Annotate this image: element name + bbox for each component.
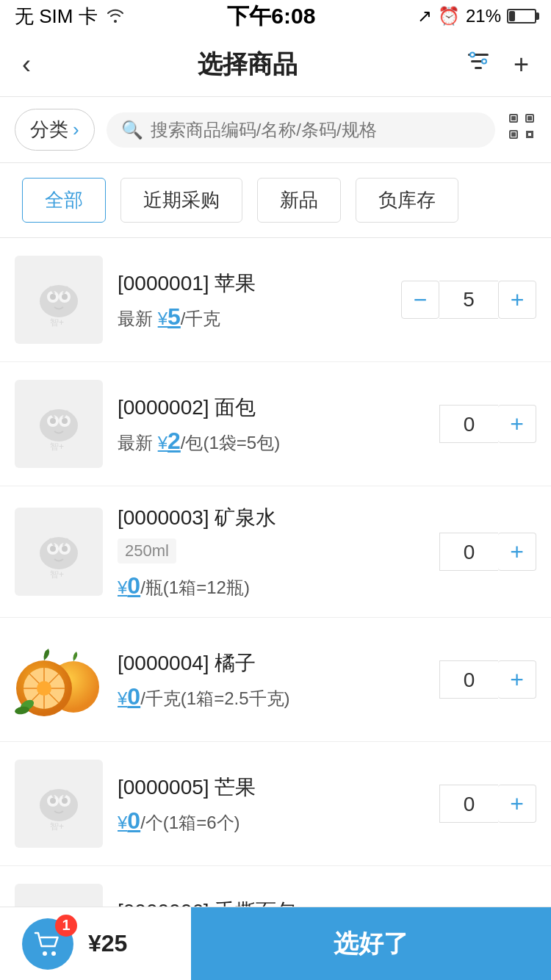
cart-badge: 1 (55, 915, 77, 937)
tabs-bar: 全部 近期采购 新品 负库存 (0, 163, 551, 238)
status-bar: 无 SIM 卡 下午6:08 ↗ ⏰ 21% (0, 0, 551, 32)
category-label: 分类 (30, 117, 68, 143)
confirm-button[interactable]: 选好了 (191, 907, 551, 980)
quantity-control-0000005: 0 + (439, 785, 536, 823)
price-prefix: 最新 (118, 433, 158, 453)
svg-rect-14 (531, 131, 533, 138)
price-unit: /瓶(1箱=12瓶) (140, 577, 250, 597)
svg-text:智+: 智+ (50, 569, 64, 580)
cart-total: ¥25 (88, 930, 127, 957)
product-name-0000004: [0000004] 橘子 (118, 649, 425, 677)
product-name-0000001: [0000001] 苹果 (118, 270, 386, 298)
quantity-input[interactable] (439, 281, 498, 319)
quantity-display: 0 (439, 660, 498, 699)
price-prefix: 最新 (118, 309, 158, 328)
price-value: 2 (168, 428, 181, 454)
svg-point-21 (40, 409, 78, 442)
svg-text:智+: 智+ (50, 821, 64, 832)
product-name-0000003: [0000003] 矿泉水 (118, 504, 425, 532)
tab-new[interactable]: 新品 (257, 178, 341, 223)
quantity-increase-button[interactable]: + (498, 785, 536, 823)
price-value: 5 (168, 303, 181, 330)
quantity-control-0000001: − + (401, 281, 536, 319)
search-input[interactable] (151, 120, 480, 140)
list-item: 智+ [0000003] 矿泉水 250ml ¥0/瓶(1箱=12瓶) 0 + (0, 486, 551, 618)
product-spec-0000003: 250ml (118, 538, 176, 563)
back-button[interactable]: ‹ (22, 49, 31, 80)
price-unit: /个(1箱=6个) (140, 813, 240, 832)
cart-section: 1 ¥25 (0, 918, 191, 970)
svg-point-27 (40, 537, 78, 569)
battery-percent: 21% (466, 6, 501, 26)
quantity-increase-button[interactable]: + (498, 281, 536, 319)
price-unit: /千克 (181, 309, 221, 328)
search-icon: 🔍 (121, 120, 143, 140)
add-button[interactable]: + (514, 49, 529, 80)
page-title: 选择商品 (198, 48, 298, 82)
price-value: 0 (127, 572, 140, 599)
product-info-0000002: [0000002] 面包 最新 ¥2/包(1袋=5包) (118, 394, 425, 455)
svg-point-25 (62, 418, 68, 424)
quantity-display: 0 (439, 405, 498, 443)
svg-point-3 (470, 53, 475, 57)
svg-rect-8 (527, 116, 532, 120)
scan-button[interactable] (507, 112, 536, 148)
location-icon: ↗ (417, 6, 432, 26)
svg-point-62 (51, 951, 56, 956)
alarm-icon: ⏰ (438, 6, 460, 26)
svg-point-43 (40, 789, 78, 821)
quantity-increase-button[interactable]: + (498, 405, 536, 443)
quantity-display: 0 (439, 785, 498, 823)
quantity-increase-button[interactable]: + (498, 660, 536, 699)
status-time: 下午6:08 (227, 1, 315, 32)
product-info-0000004: [0000004] 橘子 ¥0/千克(1箱=2.5千克) (118, 649, 425, 710)
carrier-label: 无 SIM 卡 (15, 4, 98, 29)
svg-point-40 (37, 681, 51, 696)
product-image-0000005: 智+ (15, 760, 103, 848)
svg-point-46 (50, 798, 56, 804)
svg-point-47 (62, 798, 68, 804)
cart-icon-wrap[interactable]: 1 (22, 918, 73, 970)
svg-point-15 (40, 285, 78, 317)
svg-point-30 (50, 546, 56, 552)
product-image-0000003: 智+ (15, 508, 103, 596)
product-info-0000003: [0000003] 矿泉水 250ml ¥0/瓶(1箱=12瓶) (118, 504, 425, 599)
svg-point-19 (62, 294, 68, 300)
product-image-0000001: 智+ (15, 256, 103, 344)
category-button[interactable]: 分类 › (15, 109, 95, 151)
quantity-decrease-button[interactable]: − (401, 281, 439, 319)
price-value: 0 (127, 807, 140, 834)
svg-text:智+: 智+ (50, 442, 64, 452)
product-price-0000003: ¥0/瓶(1箱=12瓶) (118, 572, 425, 599)
product-info-0000005: [0000005] 芒果 ¥0/个(1箱=6个) (118, 774, 425, 835)
svg-rect-13 (526, 131, 528, 138)
nav-actions: + (465, 48, 529, 81)
product-price-0000001: 最新 ¥5/千克 (118, 303, 386, 331)
list-item: [0000004] 橘子 ¥0/千克(1箱=2.5千克) 0 + (0, 618, 551, 742)
battery-icon (507, 9, 536, 24)
list-item: 智+ [0000002] 面包 最新 ¥2/包(1袋=5包) 0 + (0, 362, 551, 486)
category-arrow: › (73, 118, 79, 141)
tab-all[interactable]: 全部 (22, 178, 106, 223)
quantity-control-0000002: 0 + (439, 405, 536, 443)
list-item: 智+ [0000005] 芒果 ¥0/个(1箱=6个) 0 + (0, 742, 551, 866)
status-right: ↗ ⏰ 21% (417, 6, 536, 26)
svg-point-31 (62, 546, 68, 552)
price-value: 0 (127, 683, 140, 710)
quantity-display: 0 (439, 533, 498, 571)
quantity-control-0000003: 0 + (439, 533, 536, 571)
svg-point-24 (50, 418, 56, 424)
price-unit: /包(1袋=5包) (181, 433, 280, 453)
search-box: 🔍 (107, 112, 495, 148)
bottom-bar: 1 ¥25 选好了 (0, 907, 551, 980)
filter-button[interactable] (465, 48, 491, 81)
wifi-icon (105, 5, 126, 28)
product-name-0000002: [0000002] 面包 (118, 394, 425, 422)
tab-recent[interactable]: 近期采购 (120, 178, 242, 223)
tab-negative[interactable]: 负库存 (356, 178, 458, 223)
product-price-0000005: ¥0/个(1箱=6个) (118, 807, 425, 835)
product-price-0000002: 最新 ¥2/包(1袋=5包) (118, 428, 425, 455)
quantity-increase-button[interactable]: + (498, 533, 536, 571)
filter-bar: 分类 › 🔍 (0, 97, 551, 163)
quantity-control-0000004: 0 + (439, 660, 536, 699)
